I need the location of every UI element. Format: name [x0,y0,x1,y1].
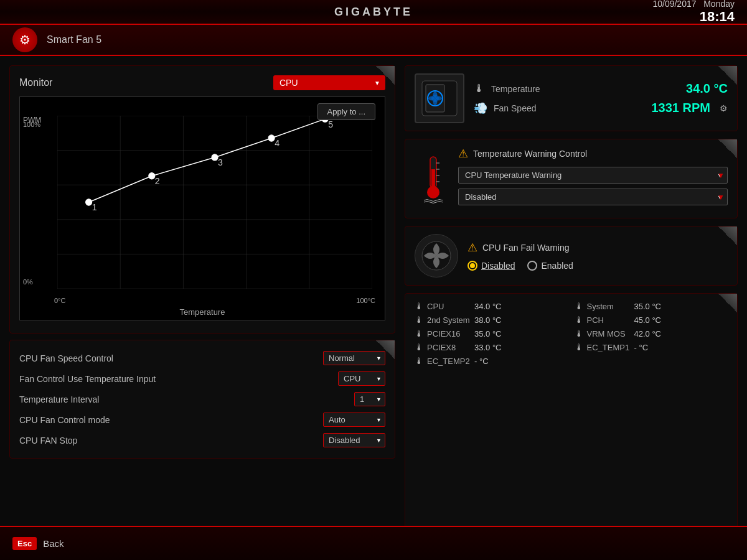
pciex8-value: 33.0 °C [474,343,502,352]
temp-item-ec-temp2: 🌡 EC_TEMP2 - °C [415,356,568,366]
temp-item-vrm-mos: 🌡 VRM MOS 42.0 °C [575,329,728,338]
fan-speed-select[interactable]: Normal Silent Manual Full Speed [323,351,385,365]
ec-temp1-name: EC_TEMP1 [587,343,631,352]
fan-fail-fan-icon [415,234,458,278]
temp-item-pciex16: 🌡 PCIEX16 35.0 °C [415,329,568,338]
temp-input-select-wrap[interactable]: CPU System [338,371,385,386]
top-bar: GIGABYTE 10/09/2017 Monday 18:14 [0,0,747,25]
temp-item-ec-temp1: 🌡 EC_TEMP1 - °C [575,342,728,352]
monitor-select[interactable]: CPU SYS_FAN1 SYS_FAN2 [273,75,385,90]
control-row-fan-speed: CPU Fan Speed Control Normal Silent Manu… [19,348,385,368]
settings-icon: ⚙ [12,27,37,52]
monitor-label: Monitor [19,77,52,88]
pch-temp-value: 45.0 °C [634,315,662,325]
svg-point-15 [268,135,275,141]
control-row-fan-stop: CPU FAN Stop Disabled Enabled [19,430,385,450]
back-section: Esc Back [0,526,747,560]
temp-interval-select[interactable]: 1 2 3 [354,392,385,406]
fan-gear-icon[interactable]: ⚙ [720,103,728,113]
fan-stop-label: CPU FAN Stop [19,436,77,446]
cpu-temp-name: CPU [427,302,471,311]
pciex8-name: PCIEX8 [427,343,471,352]
temp-warning-select-wrap1[interactable]: CPU Temperature Warning [458,167,728,184]
fan-info-card: 🌡 Temperature 34.0 °C 💨 Fan Speed 1331 R… [405,65,738,131]
date-display: 10/09/2017 Monday [652,0,735,9]
thermometer-display [415,147,452,210]
fan-speed-select-wrap[interactable]: Normal Silent Manual Full Speed [323,351,385,365]
temperature-value: 34.0 °C [686,82,728,96]
temp-item-cpu: 🌡 CPU 34.0 °C [415,301,568,311]
temperature-icon: 🌡 [474,82,485,95]
pciex16-value: 35.0 °C [474,329,502,338]
radio-enabled[interactable]: Enabled [527,261,573,271]
svg-text:4: 4 [275,138,280,148]
control-row-temp-input: Fan Control Use Temperature Input CPU Sy… [19,368,385,389]
temp-warning-select1[interactable]: CPU Temperature Warning [458,167,728,184]
fan-mode-label: CPU Fan Control mode [19,415,110,425]
pch-temp-name: PCH [587,315,631,325]
fan-mode-select-wrap[interactable]: Auto Voltage PWM [323,413,385,427]
temperature-stat: 🌡 Temperature 34.0 °C [474,82,728,96]
fan-stop-select-wrap[interactable]: Disabled Enabled [323,433,385,447]
monitor-select-wrapper[interactable]: CPU SYS_FAN1 SYS_FAN2 [273,75,385,90]
temperature-label: Temperature [491,84,680,94]
temp-interval-label: Temperature Interval [19,394,99,404]
temp-warning-select-wrap2[interactable]: Disabled [458,189,728,205]
svg-rect-27 [431,169,435,188]
svg-text:5: 5 [328,119,333,129]
radio-enabled-label: Enabled [541,261,573,271]
fan-stats: 🌡 Temperature 34.0 °C 💨 Fan Speed 1331 R… [474,82,728,115]
system-temp-name: System [587,302,631,311]
fan-curve-chart: PWM 100% 0% Temperature 0°C 100°C Apply … [19,96,385,320]
system-temp-value: 35.0 °C [634,302,662,311]
temp-warning-select2[interactable]: Disabled [458,189,728,205]
chart-y-bottom: 0% [23,278,33,286]
fan-fail-content: ⚠ CPU Fan Fail Warning Disabled Enabled [467,241,728,271]
svg-point-12 [86,199,92,205]
apply-button[interactable]: Apply to ... [317,103,375,120]
2nd-system-value: 38.0 °C [474,315,502,325]
vrm-mos-value: 42.0 °C [634,329,662,338]
vrm-mos-icon: 🌡 [575,329,583,338]
dropdown-arrow2: ▼ [717,193,725,202]
back-label[interactable]: Back [43,538,63,549]
header-row: ⚙ Smart Fan 5 [0,25,747,56]
fan-mode-select[interactable]: Auto Voltage PWM [323,413,385,427]
fan-stop-select[interactable]: Disabled Enabled [323,433,385,447]
svg-point-14 [212,154,218,161]
esc-badge[interactable]: Esc [12,537,37,550]
ec-temp2-name: EC_TEMP2 [427,357,471,366]
fan-speed-stat: 💨 Fan Speed 1331 RPM ⚙ [474,101,728,115]
pch-temp-icon: 🌡 [575,315,583,325]
fan-speed-label: Fan Speed [494,103,646,113]
main-content: Monitor CPU SYS_FAN1 SYS_FAN2 PWM 100% 0… [0,56,747,560]
temp-item-empty [575,356,728,366]
radio-disabled-dot[interactable] [467,261,477,271]
temp-item-2nd-system: 🌡 2nd System 38.0 °C [415,315,568,325]
control-row-temp-interval: Temperature Interval 1 2 3 [19,389,385,409]
svg-text:2: 2 [155,176,160,186]
temp-warning-select-row1[interactable]: CPU Temperature Warning ▼ [458,167,728,184]
warning-icon: ⚠ [458,147,468,161]
svg-point-28 [427,186,439,198]
fan-display-row: 🌡 Temperature 34.0 °C 💨 Fan Speed 1331 R… [415,73,728,123]
warning-control-header: ⚠ Temperature Warning Control [458,147,728,161]
monitor-header: Monitor CPU SYS_FAN1 SYS_FAN2 [19,75,385,90]
radio-enabled-dot[interactable] [527,261,537,271]
temp-interval-select-wrap[interactable]: 1 2 3 [354,392,385,406]
right-panel: 🌡 Temperature 34.0 °C 💨 Fan Speed 1331 R… [405,65,738,551]
svg-text:1: 1 [92,202,97,212]
left-panel: Monitor CPU SYS_FAN1 SYS_FAN2 PWM 100% 0… [9,65,395,551]
temp-warning-select-row2[interactable]: Disabled ▼ [458,189,728,205]
ec-temp1-icon: 🌡 [575,342,583,352]
chart-x-right: 100°C [356,297,375,304]
2nd-system-icon: 🌡 [415,315,423,325]
ec-temp2-icon: 🌡 [415,356,423,366]
temp-input-select[interactable]: CPU System [338,371,385,386]
app-title: GIGABYTE [334,6,413,19]
radio-disabled-label: Disabled [481,261,515,271]
controls-section: CPU Fan Speed Control Normal Silent Manu… [9,340,395,459]
control-row-fan-mode: CPU Fan Control mode Auto Voltage PWM [19,409,385,430]
radio-disabled[interactable]: Disabled [467,261,515,271]
cpu-temp-value: 34.0 °C [474,302,502,311]
